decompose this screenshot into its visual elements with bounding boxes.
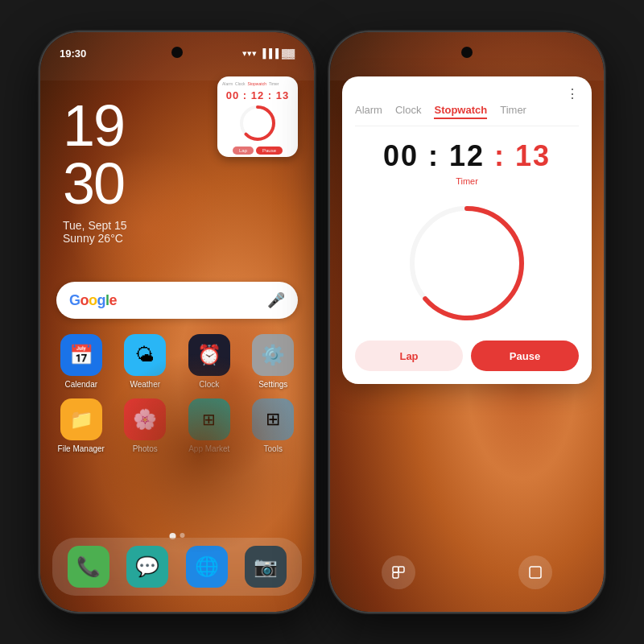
stopwatch-time: 00 : 12 : 13 xyxy=(355,139,579,173)
app-market[interactable]: ⊞ App Market xyxy=(180,398,238,453)
app-tools[interactable]: ⊞ Tools xyxy=(245,398,303,453)
tab-clock[interactable]: Clock xyxy=(395,104,422,119)
widget-tab-timer[interactable]: Timer xyxy=(269,81,279,86)
dock-browser[interactable]: 🌐 xyxy=(186,546,228,588)
battery-icon: ▓▓ xyxy=(282,48,295,58)
bottom-nav xyxy=(330,555,604,589)
app-weather[interactable]: 🌤 Weather xyxy=(117,334,175,389)
tab-stopwatch[interactable]: Stopwatch xyxy=(434,104,487,119)
search-bar[interactable]: Google 🎤 xyxy=(56,282,298,319)
widget-lap-button[interactable]: Lap xyxy=(233,147,254,155)
home-clock: 19 30 Tue, Sept 15 Sunny 26°C xyxy=(63,97,127,245)
app-market-label: App Market xyxy=(188,444,229,453)
settings-label: Settings xyxy=(258,380,287,389)
calendar-icon: 📅 xyxy=(60,334,102,376)
wifi-icon: ▾▾▾ xyxy=(242,48,257,59)
phone-2: ⋮ Alarm Clock Stopwatch Timer 00 : 12 : … xyxy=(330,32,604,612)
tab-timer[interactable]: Timer xyxy=(500,104,526,119)
photos-label: Photos xyxy=(133,444,158,453)
dock: 📞 💬 🌐 📷 xyxy=(52,538,302,596)
phone2-camera-hole xyxy=(461,47,473,58)
app-settings[interactable]: ⚙️ Settings xyxy=(245,334,303,389)
status-time: 19:30 xyxy=(60,47,86,60)
menu-dots[interactable]: ⋮ xyxy=(355,88,579,101)
app-clock[interactable]: ⏰ Clock xyxy=(180,334,238,389)
phone1-screen: 19:30 ▾▾▾ ▐▐▐ ▓▓ 19 30 Tue, Sept 15 Sunn… xyxy=(40,32,314,612)
dot-1 xyxy=(170,533,176,539)
widget-time-display: 00 : 12 : 13 xyxy=(222,89,293,101)
clock-tabs: Alarm Clock Stopwatch Timer xyxy=(355,104,579,126)
camera-hole xyxy=(171,47,183,58)
file-manager-label: File Manager xyxy=(58,444,105,453)
clock-app-icon: ⏰ xyxy=(188,334,230,376)
settings-icon: ⚙️ xyxy=(252,334,294,376)
tools-icon: ⊞ xyxy=(252,398,294,440)
app-photos[interactable]: 🌸 Photos xyxy=(117,398,175,453)
clock-minute: 30 xyxy=(63,151,124,216)
file-manager-icon: 📁 xyxy=(60,398,102,440)
mic-icon[interactable]: 🎤 xyxy=(267,291,285,309)
home-clock-time: 19 30 xyxy=(63,97,127,213)
clock-app-card: ⋮ Alarm Clock Stopwatch Timer 00 : 12 : … xyxy=(342,76,592,384)
signal-icon: ▐▐▐ xyxy=(260,48,279,58)
sw-hours: 00 xyxy=(383,139,419,172)
widget-tab-alarm[interactable]: Alarm xyxy=(222,81,233,86)
home-screen-bg: 19:30 ▾▾▾ ▐▐▐ ▓▓ 19 30 Tue, Sept 15 Sunn… xyxy=(40,32,314,612)
phone2-screen: ⋮ Alarm Clock Stopwatch Timer 00 : 12 : … xyxy=(330,32,604,612)
stopwatch-sub-label: Timer xyxy=(355,176,579,186)
app-market-icon: ⊞ xyxy=(188,398,230,440)
svg-rect-7 xyxy=(530,567,541,578)
square-button[interactable] xyxy=(518,555,552,589)
page-dots xyxy=(170,533,185,539)
weather-label: Weather xyxy=(130,380,160,389)
status-icons: ▾▾▾ ▐▐▐ ▓▓ xyxy=(242,48,295,59)
dock-camera[interactable]: 📷 xyxy=(245,546,287,588)
weather-icon: 🌤 xyxy=(124,334,166,376)
calendar-label: Calendar xyxy=(64,380,97,389)
dock-messages[interactable]: 💬 xyxy=(126,546,168,588)
phone2-bg: ⋮ Alarm Clock Stopwatch Timer 00 : 12 : … xyxy=(330,32,604,612)
tab-alarm[interactable]: Alarm xyxy=(355,104,382,119)
clock-label: Clock xyxy=(199,380,219,389)
clock-widget[interactable]: Alarm Clock Stopwatch Timer 00 : 12 : 13… xyxy=(217,76,298,157)
widget-buttons: Lap Pause xyxy=(222,147,293,155)
pause-button[interactable]: Pause xyxy=(471,341,579,371)
progress-circle xyxy=(402,199,531,328)
google-logo: Google xyxy=(69,292,117,309)
sw-seconds: 13 xyxy=(515,139,551,172)
widget-tabs: Alarm Clock Stopwatch Timer xyxy=(222,81,293,86)
stopwatch-display: 00 : 12 : 13 Timer xyxy=(355,139,579,186)
recent-apps-button[interactable] xyxy=(382,555,415,589)
widget-circle xyxy=(237,103,278,143)
app-calendar[interactable]: 📅 Calendar xyxy=(52,334,110,389)
tools-label: Tools xyxy=(264,444,283,453)
sw-minutes: 12 xyxy=(449,139,485,172)
lap-button[interactable]: Lap xyxy=(355,341,463,371)
widget-pause-button[interactable]: Pause xyxy=(256,147,283,155)
clock-hour: 19 xyxy=(63,93,124,158)
dot-2 xyxy=(180,533,185,538)
app-grid: 📅 Calendar 🌤 Weather ⏰ Clock xyxy=(52,334,302,453)
widget-tab-clock[interactable]: Clock xyxy=(235,81,246,86)
card-action-buttons: Lap Pause xyxy=(355,341,579,371)
svg-rect-5 xyxy=(398,567,404,572)
widget-tab-stopwatch[interactable]: Stopwatch xyxy=(248,81,266,86)
home-clock-date: Tue, Sept 15 Sunny 26°C xyxy=(63,219,127,245)
app-file-manager[interactable]: 📁 File Manager xyxy=(52,398,110,453)
svg-rect-4 xyxy=(393,567,398,572)
phone-1: 19:30 ▾▾▾ ▐▐▐ ▓▓ 19 30 Tue, Sept 15 Sunn… xyxy=(40,32,314,612)
photos-icon: 🌸 xyxy=(124,398,166,440)
svg-rect-6 xyxy=(393,572,398,578)
dock-phone[interactable]: 📞 xyxy=(68,546,109,588)
